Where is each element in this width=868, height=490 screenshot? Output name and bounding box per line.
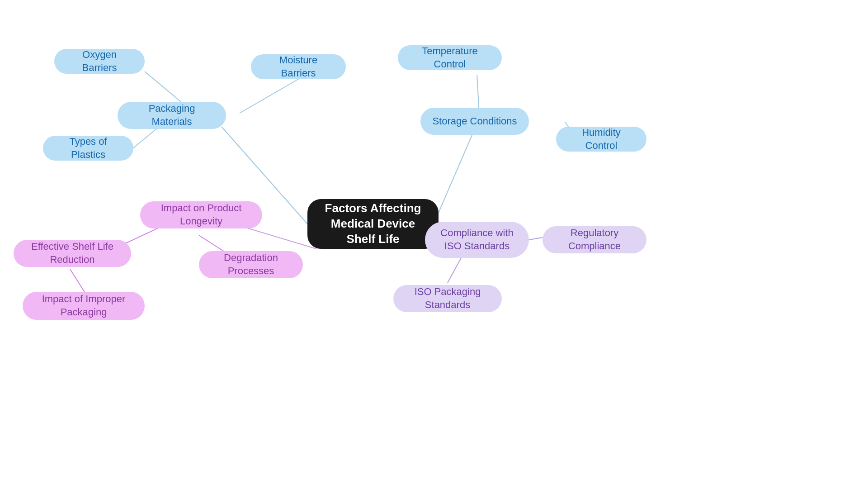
center-node: Factors Affecting Medical Device Shelf L…	[307, 199, 439, 249]
packaging-materials-node: Packaging Materials	[118, 102, 226, 129]
svg-line-12	[529, 238, 542, 240]
moisture-barriers-node: Moisture Barriers	[251, 54, 346, 79]
svg-line-13	[448, 258, 461, 283]
types-of-plastics-node: Types of Plastics	[43, 136, 133, 161]
svg-line-2	[240, 78, 301, 113]
humidity-control-node: Humidity Control	[556, 127, 646, 152]
impact-product-longevity-node: Impact on Product Longevity	[140, 201, 262, 228]
temperature-control-node: Temperature Control	[398, 45, 502, 70]
svg-line-4	[439, 129, 475, 213]
regulatory-compliance-node: Regulatory Compliance	[542, 226, 646, 253]
effective-shelf-life-node: Effective Shelf Life Reduction	[14, 240, 131, 267]
degradation-processes-node: Degradation Processes	[199, 251, 303, 278]
compliance-iso-node: Compliance with ISO Standards	[425, 222, 529, 258]
svg-line-10	[70, 269, 86, 294]
impact-improper-packaging-node: Impact of Improper Packaging	[23, 292, 145, 320]
iso-packaging-standards-node: ISO Packaging Standards	[393, 285, 502, 312]
storage-conditions-node: Storage Conditions	[420, 108, 529, 135]
oxygen-barriers-node: Oxygen Barriers	[54, 49, 145, 74]
